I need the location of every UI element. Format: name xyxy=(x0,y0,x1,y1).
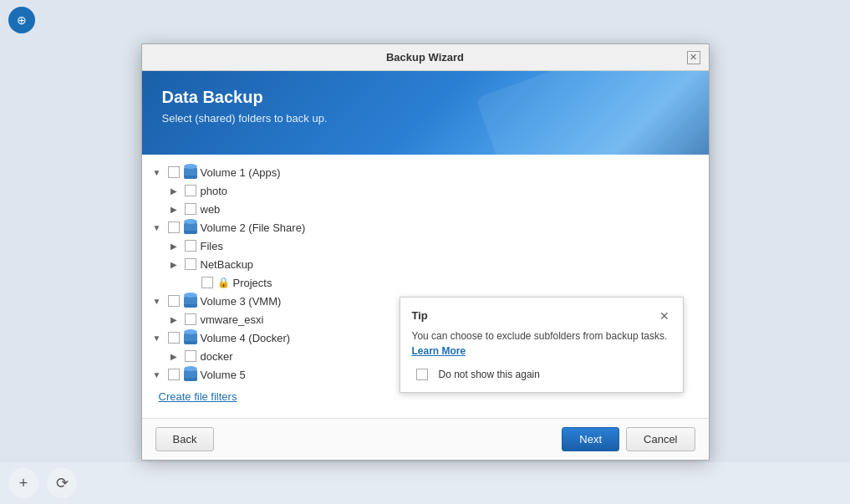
item-label: Files xyxy=(201,240,223,252)
tip-body: You can choose to exclude subfolders fro… xyxy=(412,328,669,359)
item-label: NetBackup xyxy=(201,258,254,271)
volume-icon xyxy=(184,295,197,307)
history-button[interactable]: ⟳ xyxy=(47,468,77,498)
wizard-window: Backup Wizard ✕ Data Backup Select (shar… xyxy=(141,43,710,461)
tree-item[interactable]: Volume 2 (File Share) xyxy=(142,218,709,237)
tree-checkbox[interactable] xyxy=(185,350,196,362)
os-window: ⊕ Backup Wizard ✕ Data Backup Select (sh… xyxy=(0,0,850,504)
tree-item[interactable]: NetBackup xyxy=(142,255,709,273)
volume-icon xyxy=(184,369,197,380)
tip-header: Tip ✕ xyxy=(412,309,669,322)
os-taskbar: + ⟳ xyxy=(0,462,850,504)
volume-icon xyxy=(184,332,197,344)
title-bar: Backup Wizard ✕ xyxy=(142,44,709,71)
arrow-icon[interactable] xyxy=(150,294,164,308)
add-button[interactable]: + xyxy=(8,468,38,498)
tree-checkbox[interactable] xyxy=(168,295,180,307)
tree-checkbox[interactable] xyxy=(185,258,196,270)
arrow-icon[interactable] xyxy=(167,257,181,271)
item-label: Projects xyxy=(233,277,272,289)
wizard-header-subtitle: Select (shared) folders to back up. xyxy=(162,112,689,125)
tree-item[interactable]: 🔒 Projects xyxy=(142,273,709,292)
footer-right: Next Cancel xyxy=(562,427,695,451)
arrow-icon[interactable] xyxy=(167,202,181,216)
wizard-header-title: Data Backup xyxy=(162,88,689,107)
wizard-content: Volume 1 (Apps) photo web xyxy=(142,155,709,418)
lock-icon: 🔒 xyxy=(217,277,230,288)
wizard-footer: Back Next Cancel xyxy=(142,418,709,460)
tip-title: Tip xyxy=(412,309,428,322)
tip-popup: Tip ✕ You can choose to exclude subfolde… xyxy=(400,297,684,393)
arrow-icon[interactable] xyxy=(150,221,164,234)
volume-icon xyxy=(184,166,197,178)
item-label: Volume 1 (Apps) xyxy=(201,166,281,179)
do-not-show-checkbox[interactable] xyxy=(416,369,428,380)
tree-checkbox[interactable] xyxy=(185,203,196,215)
item-label: Volume 2 (File Share) xyxy=(201,221,306,234)
tree-checkbox[interactable] xyxy=(185,240,196,252)
tip-footer: Do not show this again xyxy=(412,369,669,380)
tree-checkbox[interactable] xyxy=(201,277,213,288)
tree-checkbox[interactable] xyxy=(168,332,180,344)
arrow-icon[interactable] xyxy=(167,239,181,252)
tree-item[interactable]: web xyxy=(142,200,709,218)
learn-more-link[interactable]: Learn More xyxy=(412,345,466,357)
wizard-header: Data Backup Select (shared) folders to b… xyxy=(142,71,709,155)
close-button[interactable]: ✕ xyxy=(687,51,700,64)
back-button[interactable]: Back xyxy=(155,427,215,451)
tree-checkbox[interactable] xyxy=(185,313,196,325)
tree-checkbox[interactable] xyxy=(168,369,180,380)
item-label: web xyxy=(201,203,221,216)
tree-checkbox[interactable] xyxy=(185,185,196,196)
tree-item[interactable]: Volume 1 (Apps) xyxy=(142,163,709,181)
item-label: docker xyxy=(201,350,233,363)
item-label: Volume 4 (Docker) xyxy=(201,332,291,344)
next-button[interactable]: Next xyxy=(562,427,619,451)
tree-checkbox[interactable] xyxy=(168,166,180,178)
cancel-button[interactable]: Cancel xyxy=(626,427,695,451)
arrow-icon[interactable] xyxy=(150,331,164,344)
item-label: Volume 3 (VMM) xyxy=(201,295,282,308)
item-label: photo xyxy=(201,185,228,197)
arrow-icon[interactable] xyxy=(167,349,181,363)
arrow-icon[interactable] xyxy=(150,368,164,381)
modal-overlay: Backup Wizard ✕ Data Backup Select (shar… xyxy=(0,0,850,504)
do-not-show-label: Do not show this again xyxy=(439,369,540,380)
tip-close-button[interactable]: ✕ xyxy=(659,310,669,322)
footer-left: Back xyxy=(155,427,215,451)
item-label: Volume 5 xyxy=(201,369,246,381)
tree-checkbox[interactable] xyxy=(168,221,180,233)
volume-icon xyxy=(184,221,197,233)
arrow-icon[interactable] xyxy=(150,165,164,179)
tree-item[interactable]: Files xyxy=(142,237,709,255)
wizard-title: Backup Wizard xyxy=(164,51,687,64)
arrow-icon[interactable] xyxy=(167,184,181,197)
item-label: vmware_esxi xyxy=(201,313,264,326)
tree-item[interactable]: photo xyxy=(142,181,709,200)
arrow-icon[interactable] xyxy=(167,313,181,326)
